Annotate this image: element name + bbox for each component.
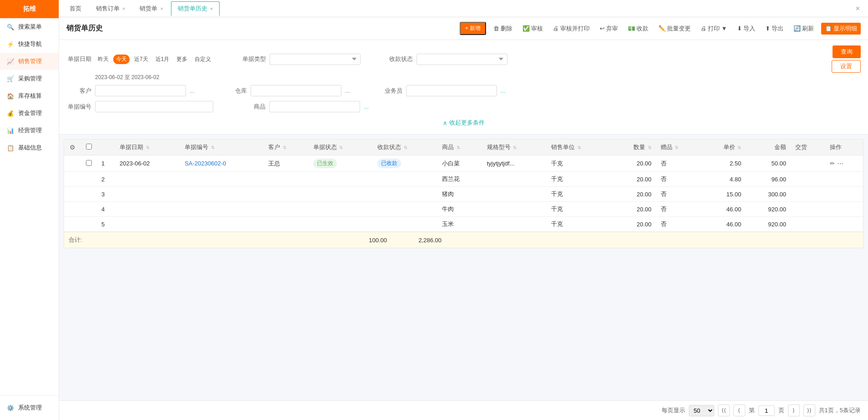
edit-icon[interactable]: ✏ [830,160,835,167]
row-check-cell[interactable] [80,155,97,172]
set-button[interactable]: 设置 [832,60,861,73]
customer-header[interactable]: 客户 ⇅ [264,140,309,155]
price-header[interactable]: 单价 ⇅ [701,140,746,155]
sidebar-item-search-menu[interactable]: 🔍 搜索菜单 [0,18,59,35]
row-doc-no-cell [180,202,264,217]
print-button[interactable]: 🖨 打印 ▼ [698,23,730,34]
collapse-button[interactable]: ∧ 收起更多条件 [66,117,861,129]
first-page-button[interactable]: ⟨⟨ [718,405,730,416]
prev-page-button[interactable]: ⟨ [733,405,745,416]
sidebar-item-label: 基础信息 [18,144,42,152]
row-doc-status-cell [309,217,373,232]
page-input[interactable] [758,405,775,416]
date-tag-7days[interactable]: 近7天 [131,55,151,64]
tab-sales-delivery[interactable]: 销货单 × [133,1,170,16]
warehouse-ellipsis[interactable]: ... [345,87,350,94]
tab-sales-order[interactable]: 销售订单 × [89,1,132,16]
doc-no-input[interactable] [95,101,213,112]
sidebar-item-operation[interactable]: 📊 经营管理 [0,122,59,139]
sidebar-item-purchase[interactable]: 🛒 采购管理 [0,70,59,87]
customer-input[interactable] [95,85,186,96]
date-sort-icon: ⇅ [146,145,150,150]
date-header[interactable]: 单据日期 ⇅ [115,140,180,155]
date-tag-yesterday[interactable]: 昨天 [95,55,111,64]
goods-header[interactable]: 商品 ⇅ [437,140,482,155]
row-check-cell[interactable] [80,217,97,232]
row-check-cell[interactable] [80,202,97,217]
refresh-button[interactable]: 🔄 刷新 [791,23,817,34]
row-settings-cell [64,155,80,172]
tab-home[interactable]: 首页 [63,1,88,16]
main-area: 首页 销售订单 × 销货单 × 销货单历史 × × 销货单历史 + 新增 🗑 删… [59,0,868,420]
sidebar-item-label: 搜索菜单 [18,23,42,31]
window-close-button[interactable]: × [851,5,864,13]
warehouse-input[interactable] [251,85,341,96]
abandon-button[interactable]: ↩ 弃审 [597,23,621,34]
goods-ellipsis[interactable]: ... [364,103,369,110]
spec-header[interactable]: 规格型号 ⇅ [482,140,547,155]
refresh-icon: 🔄 [793,25,801,32]
tab-sales-delivery-label: 销货单 [140,5,157,13]
search-icon: 🔍 [6,23,15,31]
sidebar-item-sales[interactable]: 📈 销售管理 [0,53,59,70]
date-tag-more[interactable]: 更多 [174,55,190,64]
last-page-button[interactable]: ⟩⟩ [803,405,815,416]
row-date-cell [115,172,180,187]
sidebar-item-inventory[interactable]: 🏠 库存核算 [0,87,59,105]
row-checkbox[interactable] [86,160,92,166]
delete-button[interactable]: 🗑 删除 [491,23,515,34]
collapse-label: 收起更多条件 [449,119,485,127]
tab-sales-delivery-close[interactable]: × [160,6,163,11]
unit-header[interactable]: 销售单位 ⇅ [547,140,611,155]
table-settings-icon[interactable]: ⚙ [70,144,75,151]
new-button[interactable]: + 新增 [460,22,486,35]
doc-no-link[interactable]: SA-20230602-0 [185,160,226,167]
import-button[interactable]: ⬇ 导入 [734,23,758,34]
sidebar-item-finance[interactable]: 💰 资金管理 [0,105,59,122]
doc-no-header[interactable]: 单据编号 ⇅ [180,140,264,155]
sidebar-item-quick-nav[interactable]: ⚡ 快捷导航 [0,35,59,53]
date-tag-1month[interactable]: 近1月 [153,55,172,64]
page-suffix: 页 [778,406,784,415]
batch-change-button[interactable]: ✏️ 批量变更 [656,23,693,34]
salesperson-label: 业务员 [377,87,402,95]
tab-sales-history-close[interactable]: × [210,6,213,11]
export-button[interactable]: ⬆ 导出 [763,23,786,34]
gift-header[interactable]: 赠品 ⇅ [656,140,701,155]
salesperson-filter: 业务员 ... [377,85,506,96]
sidebar-item-system[interactable]: ⚙️ 系统管理 [0,399,59,416]
tab-sales-order-close[interactable]: × [122,6,125,11]
more-icon[interactable]: ⋯ [838,160,843,167]
sidebar-item-basic-info[interactable]: 📋 基础信息 [0,139,59,156]
salesperson-input[interactable] [406,85,497,96]
qty-header[interactable]: 数量 ⇅ [611,140,656,155]
tab-sales-history[interactable]: 销货单历史 × [171,1,220,16]
customer-ellipsis[interactable]: ... [190,87,195,94]
audit-print-button[interactable]: 🖨 审核并打印 [550,23,592,34]
warehouse-label: 仓库 [222,87,247,95]
date-tag-today[interactable]: 今天 [113,55,130,64]
date-tag-custom[interactable]: 自定义 [192,55,214,64]
audit-button[interactable]: ✅ 审核 [520,23,546,34]
goods-input[interactable] [269,101,360,112]
row-goods-cell: 玉米 [437,217,482,232]
collection-status-select[interactable] [416,54,507,65]
doc-status-header[interactable]: 单据状态 ⇅ [309,140,373,155]
filter-area: 单据日期 昨天 今天 近7天 近1月 更多 自定义 单据类型 [59,40,868,135]
doc-type-label: 单据类型 [241,55,266,63]
display-button[interactable]: 📋 显示明细 [821,23,861,35]
row-unit-cell: 千克 [547,172,611,187]
select-all-checkbox[interactable] [86,144,92,150]
next-page-button[interactable]: ⟩ [788,405,800,416]
date-range-text: 2023-06-02 至 2023-06-02 [95,74,159,80]
doc-type-select[interactable] [270,54,361,65]
row-qty-cell: 20.00 [611,172,656,187]
salesperson-ellipsis[interactable]: ... [501,87,506,94]
row-check-cell[interactable] [80,187,97,202]
query-button[interactable]: 查询 [833,45,861,58]
collect-button[interactable]: 💵 收款 [625,23,651,34]
row-check-cell[interactable] [80,172,97,187]
page-size-select[interactable]: 50 100 200 [689,405,714,416]
check-header [80,140,97,155]
collection-status-header[interactable]: 收款状态 ⇅ [373,140,437,155]
